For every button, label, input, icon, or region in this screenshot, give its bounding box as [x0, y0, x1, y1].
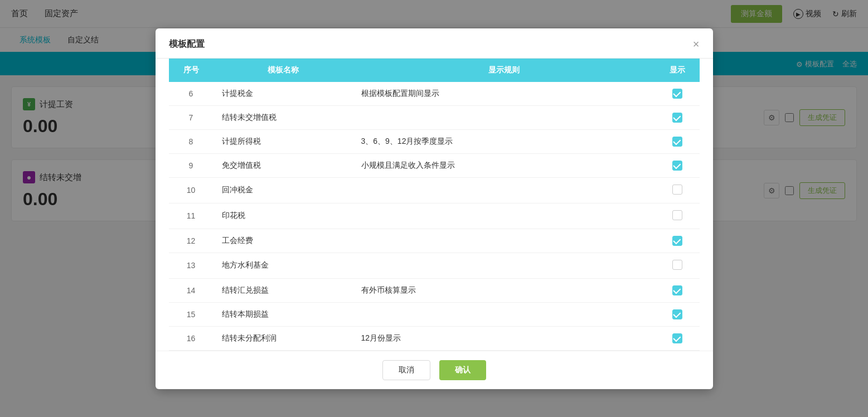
- cell-display: [655, 203, 700, 229]
- modal-body: 序号 模板名称 显示规则 显示 6计提税金根据模板配置期间显示7结转未交增值税8…: [156, 59, 713, 351]
- col-display: 显示: [655, 59, 700, 82]
- cell-display: [655, 229, 700, 253]
- display-checkbox[interactable]: [672, 185, 682, 195]
- cell-rule: 根据模板配置期间显示: [353, 82, 655, 106]
- cell-display: [655, 326, 700, 350]
- col-rule: 显示规则: [353, 59, 655, 82]
- cell-seq: 15: [169, 302, 214, 326]
- cell-seq: 12: [169, 229, 214, 253]
- table-header: 序号 模板名称 显示规则 显示: [169, 59, 700, 82]
- cell-seq: 8: [169, 129, 214, 153]
- col-seq: 序号: [169, 59, 214, 82]
- cell-rule: [353, 302, 655, 326]
- cell-name: 免交增值税: [214, 153, 353, 177]
- table-row: 15结转本期损益: [169, 302, 700, 326]
- table-row: 9免交增值税小规模且满足收入条件显示: [169, 153, 700, 177]
- cell-seq: 7: [169, 105, 214, 129]
- table-row: 14结转汇兑损益有外币核算显示: [169, 278, 700, 302]
- cell-display: [655, 105, 700, 129]
- cell-seq: 13: [169, 253, 214, 278]
- display-checkbox[interactable]: [672, 210, 682, 220]
- modal-close-button[interactable]: ×: [693, 38, 700, 50]
- cell-name: 印花税: [214, 203, 353, 229]
- table-row: 16结转未分配利润12月份显示: [169, 326, 700, 350]
- cell-name: 回冲税金: [214, 177, 353, 203]
- cell-display: [655, 153, 700, 177]
- cell-name: 结转汇兑损益: [214, 278, 353, 302]
- cell-rule: [353, 229, 655, 253]
- display-checkbox[interactable]: [672, 309, 682, 319]
- cancel-button[interactable]: 取消: [382, 360, 430, 380]
- confirm-button[interactable]: 确认: [439, 360, 486, 380]
- table-row: 6计提税金根据模板配置期间显示: [169, 82, 700, 106]
- cell-name: 地方水利基金: [214, 253, 353, 278]
- col-name: 模板名称: [214, 59, 353, 82]
- cell-name: 结转未分配利润: [214, 326, 353, 350]
- display-checkbox[interactable]: [672, 260, 682, 270]
- modal-overlay: 模板配置 × 序号 模板名称 显示规则 显示 6计提税金根据模板配置期间显示7结…: [0, 0, 868, 417]
- modal-header: 模板配置 ×: [156, 28, 713, 59]
- cell-name: 计提所得税: [214, 129, 353, 153]
- cell-seq: 10: [169, 177, 214, 203]
- table-row: 7结转未交增值税: [169, 105, 700, 129]
- cell-display: [655, 278, 700, 302]
- display-checkbox[interactable]: [672, 137, 682, 147]
- display-checkbox[interactable]: [672, 89, 682, 99]
- cell-rule: [353, 105, 655, 129]
- cell-name: 结转本期损益: [214, 302, 353, 326]
- cell-rule: 小规模且满足收入条件显示: [353, 153, 655, 177]
- display-checkbox[interactable]: [672, 161, 682, 171]
- modal-title: 模板配置: [169, 38, 205, 50]
- cell-display: [655, 253, 700, 278]
- config-table: 序号 模板名称 显示规则 显示 6计提税金根据模板配置期间显示7结转未交增值税8…: [169, 59, 700, 351]
- display-checkbox[interactable]: [672, 285, 682, 295]
- cell-display: [655, 302, 700, 326]
- cell-rule: [353, 177, 655, 203]
- cell-seq: 6: [169, 82, 214, 106]
- cell-display: [655, 129, 700, 153]
- modal-footer: 取消 确认: [156, 351, 713, 389]
- display-checkbox[interactable]: [672, 113, 682, 123]
- cell-name: 工会经费: [214, 229, 353, 253]
- display-checkbox[interactable]: [672, 333, 682, 343]
- table-row: 8计提所得税3、6、9、12月按季度显示: [169, 129, 700, 153]
- display-checkbox[interactable]: [672, 236, 682, 246]
- cell-display: [655, 82, 700, 106]
- cell-display: [655, 177, 700, 203]
- template-config-modal: 模板配置 × 序号 模板名称 显示规则 显示 6计提税金根据模板配置期间显示7结…: [156, 28, 713, 389]
- table-row: 13地方水利基金: [169, 253, 700, 278]
- cell-name: 结转未交增值税: [214, 105, 353, 129]
- cell-seq: 11: [169, 203, 214, 229]
- cell-rule: 12月份显示: [353, 326, 655, 350]
- table-row: 10回冲税金: [169, 177, 700, 203]
- cell-rule: [353, 203, 655, 229]
- table-row: 12工会经费: [169, 229, 700, 253]
- cell-rule: 有外币核算显示: [353, 278, 655, 302]
- cell-name: 计提税金: [214, 82, 353, 106]
- cell-seq: 14: [169, 278, 214, 302]
- cell-seq: 16: [169, 326, 214, 350]
- cell-rule: 3、6、9、12月按季度显示: [353, 129, 655, 153]
- table-body: 6计提税金根据模板配置期间显示7结转未交增值税8计提所得税3、6、9、12月按季…: [169, 82, 700, 351]
- cell-seq: 9: [169, 153, 214, 177]
- cell-rule: [353, 253, 655, 278]
- table-row: 11印花税: [169, 203, 700, 229]
